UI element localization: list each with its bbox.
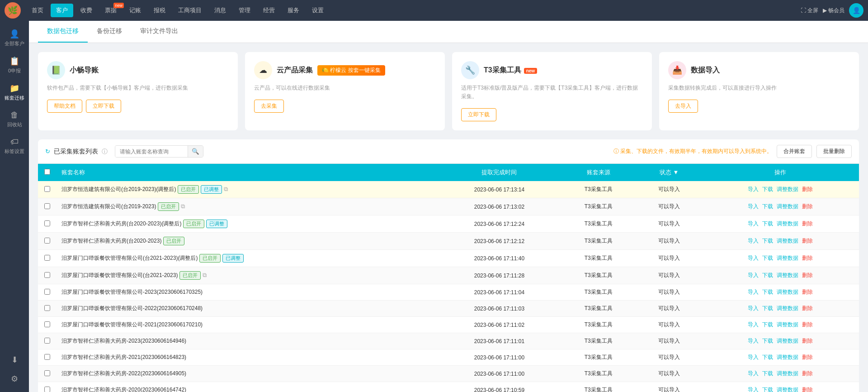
action-调整数据[interactable]: 调整数据: [777, 289, 798, 295]
action-导入[interactable]: 导入: [748, 305, 759, 311]
nav-tax[interactable]: 报税: [148, 4, 171, 17]
col-time[interactable]: 提取完成时间: [439, 164, 560, 181]
row-checkbox[interactable]: [44, 354, 50, 360]
sidebar-item-label-settings[interactable]: 🏷 标签设置: [2, 134, 27, 158]
row-checkbox[interactable]: [44, 255, 50, 261]
action-下载[interactable]: 下载: [762, 305, 773, 311]
user-avatar[interactable]: 👤: [849, 3, 863, 18]
action-下载[interactable]: 下载: [762, 387, 773, 392]
merge-accounts-button[interactable]: 合并账套: [777, 145, 812, 158]
action-导入[interactable]: 导入: [748, 289, 759, 295]
sidebar-item-zero-declare[interactable]: 📋 0申报: [2, 53, 27, 78]
action-调整数据[interactable]: 调整数据: [777, 272, 798, 278]
download-now-button[interactable]: 立即下载: [86, 100, 121, 113]
sidebar-item-recycle[interactable]: 🗑 回收站: [2, 107, 27, 132]
action-下载[interactable]: 下载: [762, 370, 773, 377]
nav-service[interactable]: 服务: [282, 4, 305, 17]
row-checkbox[interactable]: [44, 321, 50, 327]
action-下载[interactable]: 下载: [762, 354, 773, 360]
fullscreen-button[interactable]: ⛶ 全屏: [801, 7, 818, 14]
refresh-icon[interactable]: ↻: [45, 148, 50, 155]
action-删除[interactable]: 删除: [802, 321, 813, 328]
action-导入[interactable]: 导入: [748, 338, 759, 344]
action-调整数据[interactable]: 调整数据: [777, 370, 798, 377]
nav-home[interactable]: 首页: [26, 4, 49, 17]
member-button[interactable]: ▶ 畅会员: [823, 7, 844, 14]
action-下载[interactable]: 下载: [762, 220, 773, 227]
row-checkbox[interactable]: [44, 289, 50, 295]
action-调整数据[interactable]: 调整数据: [777, 305, 798, 311]
action-下载[interactable]: 下载: [762, 289, 773, 295]
row-checkbox[interactable]: [44, 203, 50, 209]
row-checkbox[interactable]: [44, 238, 50, 244]
action-调整数据[interactable]: 调整数据: [777, 203, 798, 210]
action-下载[interactable]: 下载: [762, 255, 773, 261]
action-调整数据[interactable]: 调整数据: [777, 186, 798, 192]
row-checkbox[interactable]: [44, 305, 50, 311]
nav-messages[interactable]: 消息: [209, 4, 231, 17]
help-doc-button[interactable]: 帮助文档: [47, 100, 82, 113]
action-下载[interactable]: 下载: [762, 272, 773, 278]
search-input[interactable]: [115, 146, 188, 157]
action-导入[interactable]: 导入: [748, 354, 759, 360]
action-导入[interactable]: 导入: [748, 220, 759, 227]
action-导入[interactable]: 导入: [748, 186, 759, 192]
row-checkbox[interactable]: [44, 220, 50, 226]
action-调整数据[interactable]: 调整数据: [777, 255, 798, 261]
sidebar-item-user-settings[interactable]: ⚙: [2, 370, 27, 387]
nav-business[interactable]: 工商项目: [173, 4, 207, 17]
action-导入[interactable]: 导入: [748, 321, 759, 328]
action-导入[interactable]: 导入: [748, 387, 759, 392]
action-下载[interactable]: 下载: [762, 186, 773, 192]
row-checkbox[interactable]: [44, 338, 50, 344]
action-删除[interactable]: 删除: [802, 238, 813, 244]
nav-fees[interactable]: 收费: [75, 4, 98, 17]
tab-backup-migration[interactable]: 备份迁移: [88, 21, 131, 43]
action-调整数据[interactable]: 调整数据: [777, 338, 798, 344]
action-导入[interactable]: 导入: [748, 203, 759, 210]
row-checkbox[interactable]: [44, 186, 50, 192]
action-下载[interactable]: 下载: [762, 203, 773, 210]
tab-audit-export[interactable]: 审计文件导出: [131, 21, 187, 43]
action-导入[interactable]: 导入: [748, 272, 759, 278]
go-import-button[interactable]: 去导入: [668, 100, 698, 113]
batch-delete-button[interactable]: 批量删除: [816, 145, 852, 158]
nav-customer[interactable]: 客户: [51, 4, 73, 17]
row-checkbox[interactable]: [44, 272, 50, 278]
col-source[interactable]: 账套来源: [560, 164, 637, 181]
action-导入[interactable]: 导入: [748, 370, 759, 377]
row-checkbox[interactable]: [44, 370, 50, 376]
tab-data-migration[interactable]: 数据包迁移: [38, 21, 88, 43]
action-下载[interactable]: 下载: [762, 238, 773, 244]
action-删除[interactable]: 删除: [802, 203, 813, 210]
action-导入[interactable]: 导入: [748, 238, 759, 244]
action-导入[interactable]: 导入: [748, 255, 759, 261]
action-调整数据[interactable]: 调整数据: [777, 387, 798, 392]
nav-bills[interactable]: 票据new: [99, 4, 122, 17]
action-下载[interactable]: 下载: [762, 338, 773, 344]
col-name[interactable]: 账套名称: [56, 164, 439, 181]
copy-icon[interactable]: ⧉: [224, 186, 228, 192]
action-下载[interactable]: 下载: [762, 321, 773, 328]
action-调整数据[interactable]: 调整数据: [777, 238, 798, 244]
copy-icon[interactable]: ⧉: [203, 272, 207, 278]
action-删除[interactable]: 删除: [802, 305, 813, 311]
nav-accounting[interactable]: 记账: [124, 4, 146, 17]
action-删除[interactable]: 删除: [802, 289, 813, 295]
action-删除[interactable]: 删除: [802, 255, 813, 261]
sidebar-item-account-migrate[interactable]: 📁 账套迁移: [2, 80, 27, 105]
sidebar-item-download[interactable]: ⬇: [2, 351, 27, 368]
action-调整数据[interactable]: 调整数据: [777, 354, 798, 360]
action-删除[interactable]: 删除: [802, 272, 813, 278]
sidebar-item-all-customers[interactable]: 👤 全部客户: [2, 25, 27, 51]
action-删除[interactable]: 删除: [802, 387, 813, 392]
action-删除[interactable]: 删除: [802, 220, 813, 227]
nav-settings[interactable]: 设置: [307, 4, 329, 17]
copy-icon[interactable]: ⧉: [181, 203, 185, 210]
action-删除[interactable]: 删除: [802, 370, 813, 377]
row-checkbox[interactable]: [44, 387, 50, 392]
action-删除[interactable]: 删除: [802, 338, 813, 344]
action-调整数据[interactable]: 调整数据: [777, 220, 798, 227]
nav-manage[interactable]: 管理: [233, 4, 256, 17]
go-collect-button[interactable]: 去采集: [254, 100, 284, 113]
